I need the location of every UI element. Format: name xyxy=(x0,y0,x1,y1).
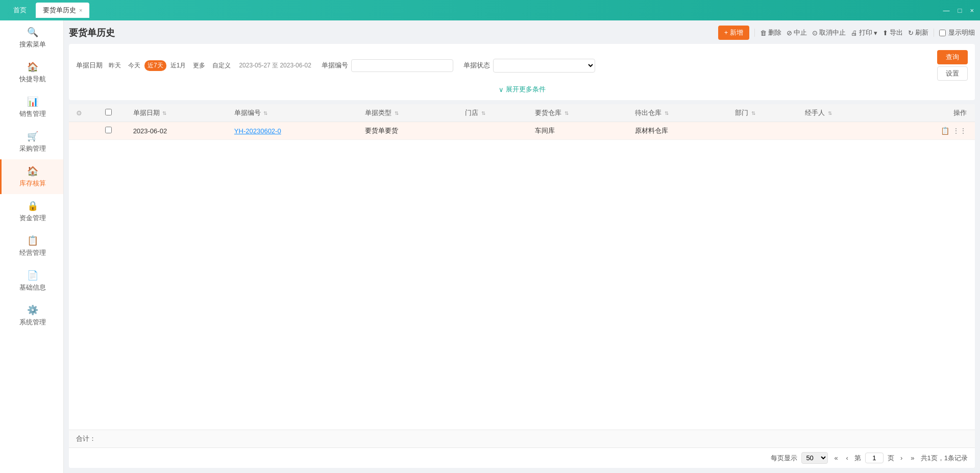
sidebar-item-inventory[interactable]: 🏠 库存核算 xyxy=(0,159,63,194)
row-docno-link[interactable]: YH-20230602-0 xyxy=(234,127,281,135)
filter-actions: 查询 设置 xyxy=(937,50,968,81)
date-opt-today[interactable]: 今天 xyxy=(125,60,143,71)
cancel-stop-button[interactable]: ⊙ 取消中止 xyxy=(812,28,846,37)
print-label: 打印 xyxy=(859,28,872,37)
close-window-icon[interactable]: × xyxy=(970,7,974,14)
row-docdate-cell: 2023-06-02 xyxy=(128,122,229,140)
export-label: 导出 xyxy=(890,28,903,37)
sort-dept-icon[interactable]: ⇅ xyxy=(751,110,755,116)
divider2 xyxy=(934,29,934,37)
divider1 xyxy=(754,29,755,37)
next-page-button[interactable]: › xyxy=(898,453,904,463)
expand-chevron-icon: ∨ xyxy=(499,86,504,93)
row-docno-cell: YH-20230602-0 xyxy=(229,122,360,140)
page-number-input[interactable] xyxy=(865,453,884,463)
date-filter: 单据日期 昨天 今天 近7天 近1月 更多 自定义 2023-05-27 至 2… xyxy=(76,60,311,71)
display-detail-checkbox[interactable] xyxy=(939,30,946,36)
query-button[interactable]: 查询 xyxy=(937,50,968,64)
display-detail-toggle[interactable]: 显示明细 xyxy=(939,28,975,37)
last-page-button[interactable]: » xyxy=(909,453,916,463)
sidebar-item-search[interactable]: 🔍 搜索菜单 xyxy=(0,20,63,55)
refresh-icon: ↻ xyxy=(908,29,914,37)
col-store: 门店 ⇅ xyxy=(460,104,530,122)
row-settings-cell xyxy=(69,122,89,140)
table-row: 2023-06-02 YH-20230602-0 要货单要货 车间库 原材料仓库 xyxy=(69,122,975,140)
new-button[interactable]: + 新增 xyxy=(718,26,749,40)
sort-docno-icon[interactable]: ⇅ xyxy=(263,110,267,116)
sort-handler-icon[interactable]: ⇅ xyxy=(828,110,832,116)
date-opt-custom[interactable]: 自定义 xyxy=(209,60,234,71)
date-opt-yesterday[interactable]: 昨天 xyxy=(106,60,124,71)
toolbar: + 新增 🗑 删除 ⊘ 中止 ⊙ 取消中止 🖨 打印 ▾ xyxy=(718,26,975,40)
sort-pendingwarehouse-icon[interactable]: ⇅ xyxy=(665,110,669,116)
stop-icon: ⊘ xyxy=(787,29,792,37)
setting-button[interactable]: 设置 xyxy=(937,66,968,81)
sort-doctype-icon[interactable]: ⇅ xyxy=(395,110,399,116)
docstatus-select[interactable] xyxy=(493,59,595,73)
tab-history[interactable]: 要货单历史 × xyxy=(36,3,89,18)
delete-button[interactable]: 🗑 删除 xyxy=(760,28,781,37)
date-opt-1month[interactable]: 近1月 xyxy=(167,60,189,71)
filter-row-1: 单据日期 昨天 今天 近7天 近1月 更多 自定义 2023-05-27 至 2… xyxy=(76,50,968,81)
cancel-stop-label: 取消中止 xyxy=(819,28,846,37)
col-checkbox xyxy=(89,104,128,122)
tab-history-label: 要货单历史 xyxy=(43,6,76,15)
page-size-select[interactable]: 20 50 100 200 xyxy=(801,452,828,464)
row-checkbox[interactable] xyxy=(105,127,112,133)
col-handler: 经手人 ⇅ xyxy=(800,104,885,122)
inventory-icon: 🏠 xyxy=(27,165,38,177)
first-page-button[interactable]: « xyxy=(832,453,840,463)
sidebar-item-operation[interactable]: 📋 经营管理 xyxy=(0,229,63,264)
col-docdate: 单据日期 ⇅ xyxy=(128,104,229,122)
prev-page-button[interactable]: ‹ xyxy=(844,453,850,463)
sidebar-item-quicknav[interactable]: 🏠 快捷导航 xyxy=(0,55,63,90)
refresh-button[interactable]: ↻ 刷新 xyxy=(908,28,928,37)
page-title: 要货单历史 xyxy=(69,27,115,39)
sidebar-item-sales[interactable]: 📊 销售管理 xyxy=(0,90,63,125)
sort-reqwarehouse-icon[interactable]: ⇅ xyxy=(565,110,569,116)
col-settings[interactable]: ⚙ xyxy=(69,104,89,122)
purchase-icon: 🛒 xyxy=(27,131,38,142)
system-icon: ⚙️ xyxy=(27,304,38,316)
select-all-checkbox[interactable] xyxy=(105,109,112,115)
table-wrap: ⚙ 单据日期 ⇅ 单据编号 ⇅ xyxy=(69,104,975,468)
finance-icon: 🔒 xyxy=(27,200,38,211)
main-layout: 🔍 搜索菜单 🏠 快捷导航 📊 销售管理 🛒 采购管理 🏠 库存核算 🔒 资金管… xyxy=(0,20,980,473)
sort-docdate-icon[interactable]: ⇅ xyxy=(162,110,166,116)
delete-label: 删除 xyxy=(768,28,781,37)
date-range-text: 2023-05-27 至 2023-06-02 xyxy=(239,61,311,70)
print-button[interactable]: 🖨 打印 ▾ xyxy=(851,28,877,37)
maximize-icon[interactable]: □ xyxy=(958,7,962,14)
sort-store-icon[interactable]: ⇅ xyxy=(481,110,485,116)
row-checkbox-cell xyxy=(89,122,128,140)
docno-input[interactable] xyxy=(351,59,453,72)
sidebar-item-finance[interactable]: 🔒 资金管理 xyxy=(0,194,63,229)
table-header-row: ⚙ 单据日期 ⇅ 单据编号 ⇅ xyxy=(69,104,975,122)
tab-home[interactable]: 首页 xyxy=(6,3,34,18)
export-button[interactable]: ⬆ 导出 xyxy=(883,28,903,37)
col-doctype: 单据类型 ⇅ xyxy=(360,104,460,122)
expand-more[interactable]: ∨ 展开更多条件 xyxy=(76,85,968,94)
date-opt-more[interactable]: 更多 xyxy=(190,60,208,71)
tab-home-label: 首页 xyxy=(13,6,27,15)
sidebar-item-system[interactable]: ⚙️ 系统管理 xyxy=(0,298,63,333)
pagination-bar: 每页显示 20 50 100 200 « ‹ 第 页 › » 共1页，1条记录 xyxy=(69,447,975,468)
minimize-icon[interactable]: — xyxy=(943,7,950,14)
content-area: 要货单历史 + 新增 🗑 删除 ⊘ 中止 ⊙ 取消中止 🖨 打 xyxy=(64,20,980,473)
edit-icon[interactable]: 📋 xyxy=(941,127,949,135)
expand-more-label: 展开更多条件 xyxy=(506,85,546,94)
date-opt-7days[interactable]: 近7天 xyxy=(144,60,166,71)
col-ops: 操作 xyxy=(885,104,975,122)
docstatus-label: 单据状态 xyxy=(463,61,490,70)
stop-button[interactable]: ⊘ 中止 xyxy=(787,28,807,37)
sidebar-item-finance-label: 资金管理 xyxy=(19,214,46,223)
basic-icon: 📄 xyxy=(27,270,38,281)
more-icon[interactable]: ⋮⋮ xyxy=(952,127,967,135)
sidebar-item-operation-label: 经营管理 xyxy=(19,248,46,257)
total-info: 共1页，1条记录 xyxy=(921,454,968,463)
col-pendingwarehouse: 待出仓库 ⇅ xyxy=(630,104,730,122)
sidebar-item-basic[interactable]: 📄 基础信息 xyxy=(0,264,63,298)
sidebar-item-purchase[interactable]: 🛒 采购管理 xyxy=(0,125,63,159)
row-ops-cell: 📋 ⋮⋮ xyxy=(885,122,975,140)
close-tab-icon[interactable]: × xyxy=(79,7,82,13)
